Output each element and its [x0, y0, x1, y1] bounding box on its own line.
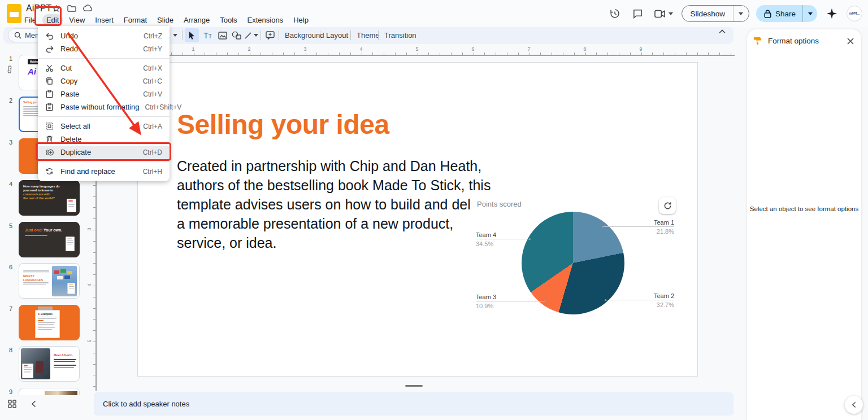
h-ruler-number: 7 [527, 46, 530, 52]
points-scored-chart[interactable]: Points scored Team 1 21.8% Team 2 32.7% … [471, 195, 682, 326]
grid-view-button[interactable] [8, 400, 16, 408]
horizontal-ruler[interactable]: 123456789 [99, 46, 735, 56]
chart-refresh-button[interactable] [659, 197, 676, 214]
slide-number: 8 [0, 347, 12, 353]
select-tool-button[interactable] [185, 28, 199, 42]
cloud-status-icon[interactable] [83, 5, 93, 13]
shapes-icon [232, 31, 241, 40]
slide-canvas-page[interactable]: Selling your idea Created in partnership… [137, 62, 698, 377]
menu-view[interactable]: View [65, 14, 89, 26]
menu-file[interactable]: File [20, 14, 40, 26]
close-icon [847, 37, 854, 45]
slide-number: 1 [0, 55, 12, 62]
layout-button[interactable]: Layout [324, 28, 350, 42]
thumb6-flags-image [52, 266, 77, 296]
thumb6-highlight2: LANGUAGES [23, 278, 43, 282]
notes-resize-handle[interactable] [405, 385, 423, 387]
menu-tools[interactable]: Tools [216, 14, 241, 26]
collapse-filmstrip-chevron[interactable] [31, 400, 36, 408]
line-options-caret[interactable] [254, 34, 258, 37]
duplicate-icon [45, 147, 54, 157]
h-ruler-number: 1 [192, 46, 194, 52]
menu-divider [38, 116, 170, 117]
menu-item-duplicate[interactable]: Duplicate Ctrl+D [38, 146, 170, 159]
callout-label-team4: Team 4 [476, 231, 496, 238]
callout-dot-team3 [544, 300, 545, 302]
thumb8-note [22, 364, 33, 378]
cursor-icon [188, 31, 196, 40]
menu-format[interactable]: Format [120, 14, 151, 26]
slide-body-textbox[interactable]: Created in partnership with Chip and Dan… [177, 156, 491, 252]
slide-thumbnail-5[interactable]: Just one! Your own. [19, 222, 80, 257]
join-call-button[interactable] [653, 7, 674, 20]
insert-line-button[interactable] [243, 28, 253, 42]
slides-logo-icon[interactable] [7, 4, 21, 23]
insert-image-button[interactable] [215, 28, 229, 42]
speaker-notes-input[interactable]: Click to add speaker notes [94, 392, 734, 415]
share-button[interactable]: Share [756, 5, 817, 22]
document-title[interactable]: AiPPT [26, 3, 51, 14]
menu-item-copy[interactable]: Copy Ctrl+C [38, 75, 170, 88]
h-ruler-number: 2 [248, 46, 250, 52]
search-icon [14, 32, 21, 39]
menu-item-undo[interactable]: Undo Ctrl+Z [38, 29, 170, 42]
account-avatar[interactable]: AiPPT… [847, 6, 862, 21]
move-folder-icon[interactable] [67, 5, 76, 13]
callout-line-team1 [603, 226, 674, 227]
star-icon[interactable] [52, 5, 60, 13]
speaker-notes-placeholder: Click to add speaker notes [103, 400, 189, 408]
callout-line-team3 [476, 301, 545, 301]
lock-icon [764, 10, 771, 18]
menu-item-delete[interactable]: Delete [38, 133, 170, 146]
menu-item-cut[interactable]: Cut Ctrl+X [38, 62, 170, 75]
paint-roller-icon [753, 36, 762, 46]
menu-item-find-and-replace[interactable]: Find and replace Ctrl+H [38, 165, 170, 178]
textbox-tool-button[interactable]: TT [201, 28, 215, 42]
version-history-button[interactable] [608, 7, 622, 20]
slide-thumbnail-9[interactable] [19, 388, 80, 395]
menu-extensions[interactable]: Extensions [244, 14, 288, 26]
menu-slide[interactable]: Slide [153, 14, 177, 26]
thumb5-accent: Just one! [25, 228, 42, 232]
slideshow-options-caret[interactable] [733, 5, 749, 22]
menu-item-paste-without-formatting[interactable]: Paste without formatting Ctrl+Shift+V [38, 100, 170, 113]
share-options-caret[interactable] [802, 5, 817, 22]
show-side-panel-button[interactable] [845, 396, 863, 414]
body-line: authors of the bestselling book Made To … [177, 176, 491, 195]
menu-item-select-all[interactable]: Select all Ctrl+A [38, 120, 170, 133]
zoom-select-caret[interactable] [173, 34, 177, 37]
comments-button[interactable] [631, 7, 644, 20]
slide-thumbnail-4[interactable]: How many languages do you need to know t… [19, 180, 80, 216]
slide-thumbnail-6[interactable]: NINETY LANGUAGES [19, 263, 80, 299]
call-options-caret[interactable] [669, 12, 673, 15]
thumb5-rest: Your own. [44, 228, 62, 232]
slide-title-textbox[interactable]: Selling your idea [177, 109, 389, 140]
pie [522, 212, 624, 314]
edit-dropdown-menu: Undo Ctrl+Z Redo Ctrl+Y Cut Ctrl+X Copy … [38, 26, 170, 181]
find-replace-icon [45, 167, 54, 176]
body-line: service, or idea. [177, 233, 491, 252]
thumb5-note [66, 237, 75, 251]
gemini-sparkle-icon[interactable] [825, 7, 839, 20]
thumb2-title: Selling yo [23, 100, 37, 104]
menu-help[interactable]: Help [289, 14, 313, 26]
transition-button[interactable]: Transition [382, 28, 419, 42]
menu-insert[interactable]: Insert [91, 14, 118, 26]
menu-edit[interactable]: Edit [42, 14, 63, 26]
insert-shape-button[interactable] [229, 28, 244, 42]
callout-label-team2: Team 2 [654, 292, 674, 299]
menu-item-redo[interactable]: Redo Ctrl+Y [38, 42, 170, 55]
slideshow-button[interactable]: Slideshow [682, 5, 749, 22]
close-panel-button[interactable] [847, 37, 854, 45]
menu-bar: File Edit View Insert Format Slide Arran… [20, 14, 313, 26]
line-icon [244, 32, 252, 40]
menu-item-paste[interactable]: Paste Ctrl+V [38, 88, 170, 100]
undo-icon [45, 31, 54, 41]
insert-comment-button[interactable] [263, 28, 277, 42]
slide-thumbnail-8[interactable]: Meet Alberto. [19, 346, 80, 382]
delete-icon [45, 134, 54, 144]
collapse-menus-chevron[interactable] [719, 29, 726, 34]
slide-thumbnail-7[interactable]: 4. Examples [19, 305, 80, 340]
menu-arrange[interactable]: Arrange [180, 14, 214, 26]
h-ruler-number: 8 [583, 46, 586, 52]
